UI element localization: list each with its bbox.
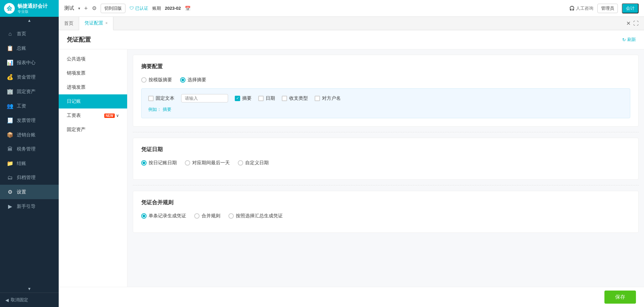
merge-config-section: 凭证合并规则 单条记录生成凭证 合并规则 按照选择汇总生成凭证 [133, 191, 639, 233]
tab-close-btn[interactable]: × [105, 21, 108, 26]
sidebar-icon-archive: 🗂 [7, 175, 13, 181]
consult-text: 人工咨询 [576, 5, 593, 11]
scroll-down-btn[interactable]: ▼ [28, 287, 32, 291]
sidebar-icon-tax: 🏛 [7, 146, 13, 152]
left-menu-item-diary[interactable]: 日记账 [59, 94, 127, 108]
sidebar-item-archive[interactable]: 🗂 归档管理 [0, 171, 59, 185]
sidebar-item-tax[interactable]: 🏛 税务管理 [0, 142, 59, 156]
sidebar: 会 畅捷通好会计 专业版 ▲ ⌂ 首页 📋 总账 📊 报表中心 💰 资金管理 🏢… [0, 0, 59, 307]
sidebar-label-payroll: 工资 [17, 103, 26, 109]
left-menu-label-payroll: 工资表 [67, 113, 81, 119]
expand-btn[interactable]: ⛶ [632, 19, 640, 28]
radio-merge[interactable]: 合并规则 [194, 213, 220, 219]
page-header: 凭证配置 ↻ 刷新 [59, 30, 644, 49]
merge-section-title: 凭证合并规则 [141, 199, 630, 206]
counterpart-checkbox [315, 96, 320, 101]
period-value: 2023-02 [165, 6, 181, 11]
merge-radio-group: 单条记录生成凭证 合并规则 按照选择汇总生成凭证 [141, 213, 630, 219]
radio-select-abstract[interactable]: 选择摘要 [180, 77, 206, 83]
radio-template-abstract[interactable]: 按模版摘要 [141, 77, 172, 83]
radio-diary-date[interactable]: 按日记账日期 [141, 160, 177, 166]
sidebar-icon-guide: ▶ [7, 203, 13, 210]
abstract-radio-group: 按模版摘要 选择摘要 [141, 77, 630, 83]
fixed-text-input[interactable] [181, 94, 228, 102]
checkbox-date[interactable]: 日期 [258, 95, 275, 101]
calendar-icon[interactable]: 📅 [185, 6, 191, 11]
sidebar-label-closing: 结账 [17, 161, 26, 167]
sidebar-item-sales_ledger[interactable]: 📦 进销台账 [0, 128, 59, 142]
certified-text: 已认证 [135, 5, 148, 11]
left-menu-item-payroll[interactable]: 工资表NEW∨ [59, 108, 127, 123]
settings-icon[interactable]: ⚙ [92, 5, 97, 11]
add-company-btn[interactable]: + [84, 5, 88, 11]
company-name: 测试 [64, 5, 74, 11]
fixed-text-checkbox [148, 96, 154, 101]
sidebar-label-invoice: 发票管理 [17, 118, 36, 124]
left-menu-item-purchase[interactable]: 进项发票 [59, 80, 127, 94]
sidebar-icon-sales_ledger: 📦 [7, 132, 13, 138]
sidebar-item-payroll[interactable]: 👥 工资 [0, 99, 59, 113]
pin-label: 取消固定 [11, 297, 28, 303]
close-tab-btn[interactable]: ✕ [625, 19, 632, 28]
sidebar-item-fixed_asset[interactable]: 🏢 固定资产 [0, 84, 59, 99]
date-radio-group: 按日记账日期 对应期间最后一天 自定义日期 [141, 160, 630, 166]
abstract-checkbox [235, 96, 240, 101]
radio-merge-label: 合并规则 [202, 213, 220, 219]
counterpart-label: 对方户名 [322, 95, 341, 101]
checkbox-income-type[interactable]: 收支类型 [282, 95, 308, 101]
consult-btn[interactable]: 🎧 人工咨询 [569, 5, 593, 11]
date-section-title: 凭证日期 [141, 146, 630, 153]
accountant-btn[interactable]: 会计 [622, 3, 639, 13]
checkbox-fixed-text[interactable]: 固定文本 [148, 95, 174, 101]
income-type-label: 收支类型 [289, 95, 308, 101]
sidebar-item-invoice[interactable]: 🧾 发票管理 [0, 113, 59, 128]
left-menu-item-public[interactable]: 公共选项 [59, 52, 127, 66]
sidebar-item-home[interactable]: ⌂ 首页 [0, 27, 59, 41]
sidebar-label-fixed_asset: 固定资产 [17, 89, 36, 95]
left-menu-item-fixed_asset[interactable]: 固定资产 [59, 123, 127, 137]
sidebar-label-guide: 新手引导 [17, 204, 36, 210]
radio-template-circle [141, 77, 147, 83]
refresh-btn[interactable]: ↻ 刷新 [622, 37, 636, 43]
checkbox-abstract[interactable]: 摘要 [235, 95, 252, 101]
sidebar-item-report[interactable]: 📊 报表中心 [0, 55, 59, 70]
sidebar-item-closing[interactable]: 📁 结账 [0, 156, 59, 171]
radio-single-circle [141, 213, 147, 219]
radio-period-last[interactable]: 对应期间最后一天 [185, 160, 230, 166]
old-version-btn[interactable]: 切到旧版 [101, 4, 125, 13]
sidebar-label-tax: 税务管理 [17, 146, 36, 152]
tab-home[interactable]: 首页 [59, 17, 79, 30]
sidebar-label-fund: 资金管理 [17, 74, 36, 80]
radio-diary-circle [141, 160, 147, 166]
radio-single[interactable]: 单条记录生成凭证 [141, 213, 186, 219]
example-label: 例如： [148, 107, 161, 112]
page-title: 凭证配置 [67, 36, 91, 44]
save-button[interactable]: 保存 [604, 291, 636, 304]
radio-select-circle [180, 77, 185, 83]
tab-voucher-config[interactable]: 凭证配置 × [79, 17, 113, 30]
manager-btn[interactable]: 管理员 [597, 4, 618, 13]
refresh-label: 刷新 [627, 37, 636, 43]
tab-actions: ✕ ⛶ [625, 19, 644, 28]
sidebar-label-settings: 设置 [17, 189, 26, 195]
company-dropdown-btn[interactable]: ▾ [78, 6, 80, 11]
example-value: 摘要 [163, 107, 171, 112]
sidebar-item-fund[interactable]: 💰 资金管理 [0, 70, 59, 84]
tab-home-label: 首页 [64, 20, 73, 27]
tabbar: 首页 凭证配置 × ✕ ⛶ [59, 17, 644, 30]
abstract-label: 摘要 [242, 95, 252, 101]
sidebar-item-settings[interactable]: ⚙ 设置 [0, 185, 59, 199]
sidebar-item-guide[interactable]: ▶ 新手引导 [0, 199, 59, 214]
right-panel: 摘要配置 按模版摘要 选择摘要 [127, 49, 644, 287]
checkbox-counterpart[interactable]: 对方户名 [315, 95, 341, 101]
sidebar-item-ledger[interactable]: 📋 总账 [0, 41, 59, 55]
sidebar-icon-ledger: 📋 [7, 45, 13, 51]
radio-summary[interactable]: 按照选择汇总生成凭证 [228, 213, 283, 219]
radio-summary-circle [228, 213, 234, 219]
left-menu-item-sales[interactable]: 销项发票 [59, 66, 127, 80]
sidebar-pin-footer[interactable]: ◀ 取消固定 [0, 293, 59, 307]
scroll-up-btn[interactable]: ▲ [28, 18, 32, 23]
example-line: 例如： 摘要 [148, 106, 623, 113]
radio-custom-date[interactable]: 自定义日期 [238, 160, 269, 166]
sidebar-label-sales_ledger: 进销台账 [17, 132, 36, 138]
